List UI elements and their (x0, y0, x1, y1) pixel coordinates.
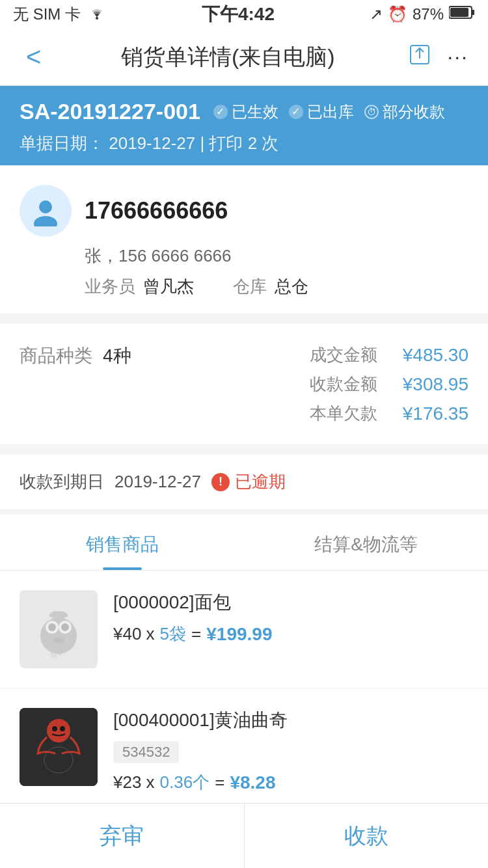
bottom-bar: 弃审 收款 (0, 803, 488, 868)
svg-point-11 (48, 623, 56, 631)
customer-avatar (20, 185, 72, 237)
svg-point-6 (39, 200, 52, 213)
tabs-section: 销售商品 结算&物流等 (0, 514, 488, 571)
status-partial: ⏱ 部分收款 (364, 102, 445, 122)
status-right: ↗ ⏰ 87% (370, 5, 475, 23)
product-info-1: [0000002]面包 ¥40 x 5袋 = ¥199.99 (113, 590, 468, 645)
total-1: ¥199.99 (206, 624, 272, 645)
product-price-1: ¥40 x 5袋 = ¥199.99 (113, 623, 468, 645)
wifi-icon (87, 5, 107, 23)
collected-label: 收款金额 (310, 373, 377, 396)
alarm-icon: ⏰ (388, 5, 407, 23)
date-label: 单据日期： (20, 133, 104, 153)
customer-meta: 业务员 曾凡杰 仓库 总仓 (85, 275, 468, 298)
product-name-1: [0000002]面包 (113, 590, 468, 615)
product-thumb-1: 鱼+ (20, 590, 98, 668)
back-button[interactable]: < (20, 42, 47, 72)
clock-icon: ⏱ (364, 105, 379, 119)
overdue-badge: ! 已逾期 (211, 470, 286, 493)
svg-rect-3 (450, 8, 468, 17)
owed-label: 本单欠款 (310, 402, 377, 425)
svg-point-18 (52, 726, 57, 731)
deal-amount-row: 成交金额 ¥485.30 (310, 344, 468, 366)
quantity-2: 0.36个 (160, 771, 210, 794)
warehouse-item: 仓库 总仓 (233, 275, 308, 298)
product-item: 鱼+ [0000002]面包 ¥40 x 5袋 = ¥199.99 (0, 571, 488, 688)
product-types-value: 4种 (103, 344, 131, 368)
product-item-2: [000400001]黄油曲奇 534532 ¥23 x 0.36个 = ¥8.… (0, 688, 488, 814)
svg-point-13 (53, 637, 64, 644)
status-left: 无 SIM 卡 (13, 4, 107, 25)
product-sku-2: 534532 (113, 741, 179, 763)
status-tags: ✓ 已生效 ✓ 已出库 ⏱ 部分收款 (213, 102, 445, 122)
product-price-2: ¥23 x 0.36个 = ¥8.28 (113, 771, 468, 794)
tab-sales-products[interactable]: 销售商品 (0, 514, 244, 570)
svg-point-0 (96, 17, 98, 20)
print-count: 2 (248, 133, 257, 153)
products-section: 鱼+ [0000002]面包 ¥40 x 5袋 = ¥199.99 (0, 571, 488, 814)
salesman-value: 曾凡杰 (143, 275, 194, 298)
status-bar: 无 SIM 卡 下午4:42 ↗ ⏰ 87% (0, 0, 488, 29)
svg-point-12 (61, 623, 69, 631)
order-date: 2019-12-27 (109, 133, 195, 153)
owed-value: ¥176.35 (390, 403, 468, 424)
svg-point-19 (60, 726, 65, 731)
salesman-item: 业务员 曾凡杰 (85, 275, 194, 298)
cancel-review-button[interactable]: 弃审 (0, 804, 245, 868)
check-icon-2: ✓ (289, 105, 303, 119)
status-shipped: ✓ 已出库 (289, 102, 354, 122)
price-base-1: ¥40 x (113, 624, 155, 644)
svg-point-16 (47, 719, 70, 742)
product-info-2: [000400001]黄油曲奇 534532 ¥23 x 0.36个 = ¥8.… (113, 708, 468, 794)
product-types-label: 商品种类 (20, 344, 92, 368)
customer-name-phone: 张，156 6666 6666 (85, 245, 468, 267)
warehouse-value: 总仓 (275, 275, 308, 298)
battery-text: 87% (413, 5, 444, 23)
deal-amount-label: 成交金额 (310, 344, 377, 366)
equals-2: = (215, 772, 224, 793)
status-time: 下午4:42 (202, 2, 275, 27)
order-banner: SA-20191227-001 ✓ 已生效 ✓ 已出库 ⏱ 部分收款 单据日期：… (0, 86, 488, 165)
svg-point-7 (34, 216, 57, 226)
product-thumb-2 (20, 708, 98, 786)
quantity-1: 5袋 (160, 623, 186, 645)
nav-actions: ··· (408, 43, 468, 71)
due-date-value: 2019-12-27 (115, 472, 201, 492)
svg-point-17 (44, 747, 73, 773)
svg-text:鱼+: 鱼+ (50, 650, 62, 658)
overdue-text: 已逾期 (235, 470, 286, 493)
salesman-label: 业务员 (85, 275, 135, 298)
equals-1: = (191, 624, 201, 644)
status-effective: ✓ 已生效 (213, 102, 278, 122)
collect-button[interactable]: 收款 (245, 804, 489, 868)
collected-value: ¥308.95 (390, 374, 468, 395)
stats-right: 成交金额 ¥485.30 收款金额 ¥308.95 本单欠款 ¥176.35 (310, 344, 468, 425)
svg-rect-2 (472, 10, 474, 15)
stats-section: 商品种类 4种 成交金额 ¥485.30 收款金额 ¥308.95 本单欠款 ¥… (0, 324, 488, 444)
tabs: 销售商品 结算&物流等 (0, 514, 488, 570)
due-date-section: 收款到期日 2019-12-27 ! 已逾期 (0, 455, 488, 509)
overdue-icon: ! (211, 473, 230, 491)
stats-left: 商品种类 4种 (20, 344, 131, 368)
nav-bar: < 销货单详情(来自电脑) ··· (0, 29, 488, 86)
tab-settlement[interactable]: 结算&物流等 (244, 514, 488, 570)
price-base-2: ¥23 x (113, 772, 155, 793)
collected-row: 收款金额 ¥308.95 (310, 373, 468, 396)
order-number: SA-20191227-001 (20, 99, 200, 124)
share-icon[interactable] (408, 43, 431, 71)
product-name-2: [000400001]黄油曲奇 (113, 708, 468, 733)
due-date-label: 收款到期日 (20, 470, 104, 493)
page-title: 销货单详情(来自电脑) (121, 42, 335, 72)
svg-point-8 (40, 617, 77, 654)
battery-icon (449, 5, 475, 23)
more-icon[interactable]: ··· (447, 45, 468, 69)
warehouse-label: 仓库 (233, 275, 267, 298)
customer-phone: 17666666666 (85, 197, 228, 224)
location-icon: ↗ (370, 5, 383, 23)
print-label: | 打印 (200, 133, 243, 153)
order-date-line: 单据日期： 2019-12-27 | 打印 2 次 (20, 132, 468, 155)
owed-row: 本单欠款 ¥176.35 (310, 402, 468, 425)
deal-amount-value: ¥485.30 (390, 345, 468, 366)
customer-section: 17666666666 张，156 6666 6666 业务员 曾凡杰 仓库 总… (0, 165, 488, 314)
total-2: ¥8.28 (230, 772, 275, 793)
